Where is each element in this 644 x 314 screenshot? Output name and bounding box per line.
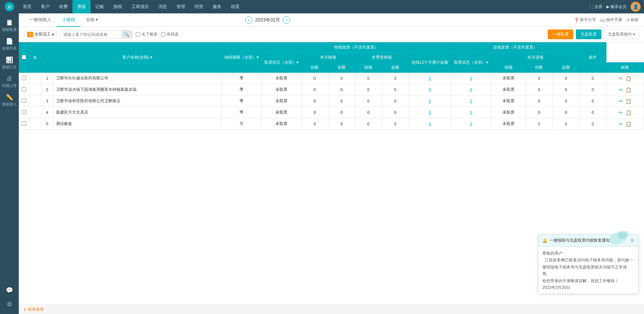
edit-icon[interactable]: ✏ — [619, 87, 623, 92]
row-checkbox-cell — [19, 96, 29, 107]
month-sale-amount-header: 金额 — [328, 63, 355, 73]
view-icon[interactable]: 📋 — [626, 110, 631, 115]
nav-invoice[interactable]: 票据 — [72, 0, 91, 13]
sidebar-settings-btn[interactable]: ⚙ — [0, 298, 19, 311]
sidebar-item-label: 发票开具 — [2, 46, 17, 51]
notification-close-btn[interactable]: ✕ — [630, 237, 634, 244]
diskless-ticket-operation-btn[interactable]: 无盘取票操作 ▾ — [604, 29, 639, 39]
month-sale-tax-header: 税额 — [355, 63, 382, 73]
refresh-btn[interactable]: ↺ 刷新 — [626, 17, 639, 23]
view-icon[interactable]: 📋 — [626, 121, 631, 127]
fullscreen-btn[interactable]: ⛶ 全屏 — [589, 4, 602, 10]
select-all-checkbox[interactable] — [22, 55, 26, 59]
view-icon[interactable]: 📋 — [626, 99, 631, 104]
row-sale-12month[interactable]: 0 — [451, 107, 491, 118]
row-sale-12month[interactable]: 0 — [451, 73, 491, 84]
purchase-invoice-header: 进项发票（不含作废票） — [451, 43, 580, 53]
row-sale-12month[interactable]: 0 — [451, 84, 491, 96]
edit-icon[interactable]: ✏ — [619, 121, 623, 127]
sidebar-item-invoice-issue[interactable]: 📄 发票开具 — [0, 35, 19, 54]
row-sale-quarter-tax[interactable]: 0 — [409, 118, 451, 130]
member-btn[interactable]: ▶ 畅享会员 — [606, 4, 627, 10]
sidebar-chat-btn[interactable]: 💬 — [0, 284, 19, 297]
row-actions: ✏ 📋 — [606, 73, 644, 84]
new-guide-btn[interactable]: ❓ 新手引导 — [574, 17, 596, 23]
row-no: 5 — [41, 118, 53, 130]
nav-tax[interactable]: 报税 — [109, 0, 127, 13]
row-sale-quarter-tax[interactable]: 0 — [409, 84, 451, 96]
row-sale-quarter-tax[interactable]: 0 — [409, 73, 451, 84]
row-sale-12month[interactable]: 0 — [451, 96, 491, 107]
row-sale-month-count: 0 — [301, 107, 328, 118]
row-sale-month-amount: 0 — [328, 96, 355, 107]
sidebar-item-ticket-entry[interactable]: ✏️ 票据录入 — [0, 91, 19, 110]
settings-icon[interactable]: ⚙ — [33, 55, 37, 60]
employee-filter[interactable]: 全 全部员工 ▾ — [24, 30, 57, 39]
row-sale-quarter-tax[interactable]: 0 — [409, 96, 451, 107]
tab-small-scale[interactable]: 小规模 — [57, 13, 80, 27]
sidebar-item-ticket-summary[interactable]: 📊 票据汇总 — [0, 54, 19, 72]
cumulative-12month-header: 连续12个月累计金额 — [409, 53, 451, 73]
nav-customer[interactable]: 客户 — [36, 0, 54, 13]
row-checkbox[interactable] — [22, 110, 26, 114]
notification-header: 🔔 一键报税与无盘取票功能恢复通知 ✕ — [538, 235, 638, 247]
row-sale-quarter-tax[interactable]: 0 — [409, 107, 451, 118]
row-sale-12month[interactable]: 0 — [451, 118, 491, 130]
my-accounts-checkbox-label[interactable]: 名下账套 — [136, 32, 158, 37]
my-accounts-checkbox[interactable] — [136, 32, 140, 37]
edit-icon[interactable]: ✏ — [619, 99, 623, 104]
tax-policy-link[interactable]: 税务政策 — [28, 307, 44, 312]
diskless-ticket-btn[interactable]: 无盘取票 — [576, 29, 601, 39]
tab-all-capable[interactable]: 全能 ▾ — [80, 13, 103, 27]
sidebar-item-label: 票据录入 — [2, 102, 17, 107]
row-checkbox[interactable] — [22, 76, 26, 80]
row-no: 2 — [41, 84, 53, 96]
notification-text: 尊敬的用户： 江苏政务网已恢复访问电子税务局功能，易代账一键登陆电子税务局与无盘… — [542, 251, 633, 290]
nav-service[interactable]: 服务 — [208, 0, 226, 13]
one-click-ticket-btn[interactable]: 一键取票 — [548, 29, 573, 39]
row-purchase-status: 未取票 — [491, 96, 526, 107]
table-row: 2 卫辉市汲水镇下园湖食用菌草木种植家庭农场 季 未取票 0 0 0 0 0 0… — [19, 84, 644, 96]
row-sale-status: 未取票 — [261, 107, 301, 118]
nav-fee[interactable]: 收费 — [54, 0, 72, 13]
edit-icon[interactable]: ✏ — [619, 76, 623, 81]
row-sale-quarter-amount: 0 — [382, 96, 409, 107]
tab-general-taxpayer[interactable]: 一般纳税人 — [24, 13, 57, 27]
row-checkbox-cell — [19, 107, 29, 118]
nav-operation[interactable]: 经营 — [190, 0, 208, 13]
row-purchase-month-tax: 0 — [579, 96, 606, 107]
nav-business[interactable]: 工商项目 — [127, 0, 154, 13]
search-input[interactable] — [61, 31, 121, 38]
view-icon[interactable]: 📋 — [626, 87, 631, 92]
view-icon[interactable]: 📋 — [626, 76, 631, 81]
top-nav-menu: 首页 客户 收费 票据 记账 报税 工商项目 消息 管理 经营 服务 设置 — [18, 0, 589, 13]
prev-month-btn[interactable]: ‹ — [245, 16, 253, 24]
tax-disk-checkbox-label[interactable]: 有税盘 — [161, 32, 179, 37]
sidebar-item-scan-upload[interactable]: 🖨 扫描上传 — [0, 72, 19, 91]
invoice-issue-icon: 📄 — [6, 38, 13, 45]
nav-home[interactable]: 首页 — [18, 0, 36, 13]
nav-bookkeeping[interactable]: 记账 — [91, 0, 109, 13]
row-purchase-month-amount: 0 — [552, 96, 579, 107]
row-sale-month-tax: 0 — [355, 107, 382, 118]
nav-message[interactable]: 消息 — [154, 0, 172, 13]
row-purchase-month-tax: 0 — [579, 118, 606, 130]
edit-icon[interactable]: ✏ — [619, 110, 623, 115]
current-date-label: 2023年02月 — [255, 17, 280, 23]
search-button[interactable]: 🔍 — [121, 30, 132, 38]
nav-settings[interactable]: 设置 — [226, 0, 244, 13]
row-checkbox[interactable] — [22, 99, 26, 103]
tax-disk-checkbox[interactable] — [161, 32, 165, 37]
sidebar-item-smart-ticket[interactable]: 📋 智能取票 — [0, 16, 19, 35]
nav-manage[interactable]: 管理 — [172, 0, 190, 13]
manual-btn[interactable]: 📖 操作手册 — [600, 17, 622, 23]
sale-invoice-header: 销项发票（不含作废票） — [261, 43, 451, 53]
row-checkbox[interactable] — [22, 121, 26, 126]
smart-ticket-icon: 📋 — [6, 19, 13, 26]
user-avatar[interactable]: 👤 — [631, 2, 641, 12]
row-actions: ✏ 📋 — [606, 118, 644, 130]
row-sale-quarter-amount: 0 — [382, 107, 409, 118]
row-checkbox[interactable] — [22, 87, 26, 91]
sidebar: 📋 智能取票 📄 发票开具 📊 票据汇总 🖨 扫描上传 ✏️ 票据录入 💬 ⚙ — [0, 13, 19, 314]
next-month-btn[interactable]: › — [283, 16, 290, 24]
